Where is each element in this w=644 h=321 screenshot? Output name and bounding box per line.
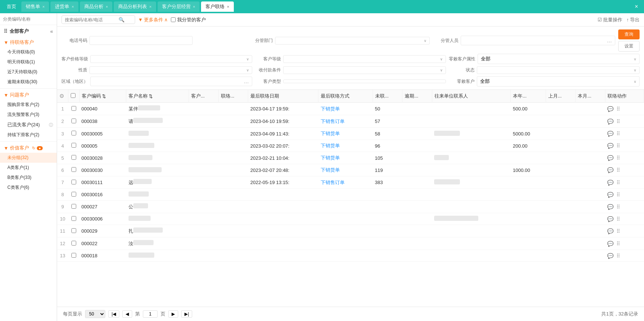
phone-input[interactable] [89,36,193,45]
row-check[interactable] [68,250,79,262]
page-size-select[interactable]: 50 100 [85,310,105,318]
row-check[interactable] [68,152,79,164]
message-icon[interactable]: 💬 [607,143,613,149]
last-way-link[interactable]: 下销货单 [321,143,340,148]
last-way-link[interactable]: 下销售订单 [321,119,345,124]
grid-action-icon[interactable]: ⠿ [616,131,620,137]
close-all-tabs[interactable]: × [632,3,641,10]
message-icon[interactable]: 💬 [607,106,613,112]
grid-action-icon[interactable]: ⠿ [616,167,620,173]
message-icon[interactable]: 💬 [607,180,613,186]
export-btn[interactable]: ↑ 导出 [627,17,640,23]
prev-page-btn[interactable]: ◀ [122,310,132,318]
close-tab-icon[interactable]: × [193,4,195,9]
sidebar-item-overdue[interactable]: 逾期未联络(30) [0,77,57,87]
message-icon[interactable]: 💬 [607,167,613,173]
next-page-btn[interactable]: ▶ [168,310,178,318]
close-tab-icon[interactable]: × [106,4,108,9]
last-way-link[interactable]: 下销货单 [321,131,340,136]
price-level-select[interactable]: ∨ [90,55,252,63]
row-check[interactable] [68,201,79,213]
sidebar-item-today[interactable]: 今天待联络(0) [0,47,57,57]
grid-action-icon[interactable]: ⠿ [616,204,620,210]
sidebar-item-classB[interactable]: B类客户(33) [0,173,57,183]
sidebar-item-decline[interactable]: 持续下滑客户(2) [0,130,57,140]
search-icon[interactable]: 🔍 [119,17,124,22]
row-check[interactable] [68,128,79,140]
row-check[interactable] [68,140,79,152]
sidebar-item-classC[interactable]: C类客户(6) [0,183,57,193]
grid-action-icon[interactable]: ⠿ [616,119,620,124]
grid-action-icon[interactable]: ⠿ [616,155,620,161]
sidebar-section-value[interactable]: ▼ 价值客户 ↻ ● [0,143,57,153]
grid-action-icon[interactable]: ⠿ [616,241,620,247]
nav-home[interactable]: 首页 [3,2,20,11]
select-all-checkbox[interactable] [71,93,75,98]
last-way-link[interactable]: 下销货单 [321,155,340,160]
close-tab-icon[interactable]: × [149,4,151,9]
status-select[interactable]: ∨ [477,66,640,74]
sidebar-item-tomorrow[interactable]: 明天待联络(1) [0,57,57,67]
sidebar-section-problem[interactable]: ▼ 问题客户 [0,90,57,100]
row-check[interactable] [68,225,79,237]
sidebar-search-input[interactable] [3,17,57,22]
row-check[interactable] [68,176,79,189]
message-icon[interactable]: 💬 [607,253,613,259]
last-page-btn[interactable]: ▶| [181,310,192,318]
sidebar-item-hoard[interactable]: 囤购异常客户(2) [0,100,57,110]
zero-customer-select[interactable]: 全部 ∨ [477,76,640,87]
close-tab-icon[interactable]: × [42,4,45,9]
message-icon[interactable]: 💬 [607,241,613,247]
nav-tab-sales[interactable]: 销售单 × [21,1,49,12]
grid-action-icon[interactable]: ⠿ [616,180,620,186]
payment-select[interactable]: ∨ [283,66,446,74]
my-customers-checkbox[interactable]: 我分管的客户 [171,17,206,23]
search-input[interactable] [65,17,116,22]
sidebar-item-lost[interactable]: 已流失客户(24) ⓘ [0,120,57,130]
person-select[interactable]: … [461,36,615,45]
col-code-header[interactable]: 客户编码 ⇅ [79,90,126,103]
dept-select[interactable]: ∨ [275,37,430,45]
customer-level-select[interactable]: ∨ [283,55,446,63]
sidebar-item-classA[interactable]: A类客户(1) [0,163,57,173]
message-icon[interactable]: 💬 [607,155,613,161]
query-button[interactable]: 查询 [618,29,640,39]
nav-tab-analysis-list[interactable]: 商品分析列表 × [114,1,156,12]
message-icon[interactable]: 💬 [607,228,613,234]
nav-tab-customer-contact[interactable]: 客户联络 × [201,1,233,12]
row-check[interactable] [68,115,79,128]
message-icon[interactable]: 💬 [607,192,613,198]
sidebar-item-ungroup[interactable]: 未分组(32) [0,153,57,163]
col-name-header[interactable]: 客户名称 ⇅ [126,90,189,103]
batch-ops-btn[interactable]: ☑ 批量操作 [598,17,622,23]
my-customers-check[interactable] [171,17,176,22]
message-icon[interactable]: 💬 [607,119,613,124]
refresh-icon[interactable]: ↻ [32,146,35,151]
message-icon[interactable]: 💬 [607,131,613,137]
nature-select[interactable]: ∨ [89,66,252,74]
col-settings[interactable]: ⚙ [57,90,68,103]
customer-type-select[interactable] [283,80,446,83]
row-check[interactable] [68,213,79,225]
last-way-link[interactable]: 下销售订单 [321,180,345,185]
more-conditions-btn[interactable]: ▼ 更多条件 ∧ [138,17,168,23]
row-check[interactable] [68,237,79,250]
nav-tab-customer-layer[interactable]: 客户分层经营 × [158,1,200,12]
close-tab-icon[interactable]: × [71,4,74,9]
nav-tab-analysis[interactable]: 商品分析 × [80,1,112,12]
grid-action-icon[interactable]: ⠿ [616,192,620,198]
sidebar-item-7days[interactable]: 近7天待联络(0) [0,67,57,77]
last-way-link[interactable]: 下销货单 [321,167,340,173]
row-check[interactable] [68,189,79,201]
sidebar-item-warn[interactable]: 流失预警客户(3) [0,110,57,120]
sidebar-section-pending[interactable]: ▼ 待联络客户 [0,38,57,47]
page-input[interactable] [143,310,158,318]
grid-action-icon[interactable]: ⠿ [616,106,620,112]
zero-attr-select[interactable]: 全部 ∨ [478,54,640,64]
area-select[interactable]: … [90,77,252,86]
settings-icon[interactable]: ⚙ [59,93,64,99]
message-icon[interactable]: 💬 [607,204,613,210]
nav-tab-purchase[interactable]: 进货单 × [50,1,78,12]
first-page-btn[interactable]: |◀ [108,310,119,318]
grid-action-icon[interactable]: ⠿ [616,253,620,259]
